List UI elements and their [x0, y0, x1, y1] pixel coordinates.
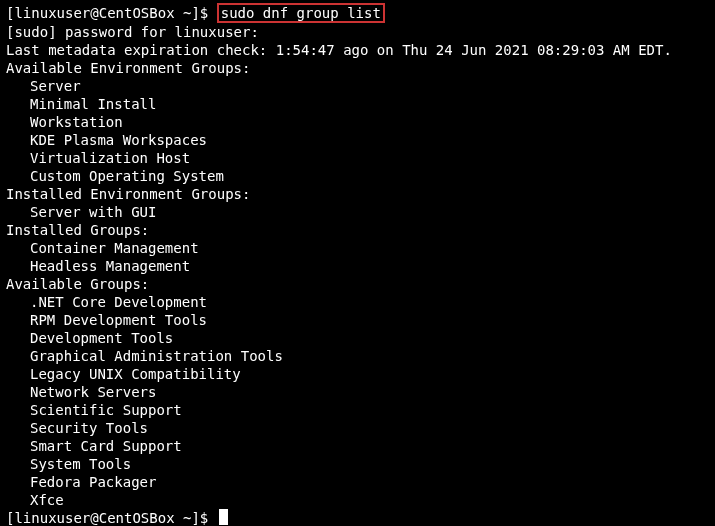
section-header-installed-groups: Installed Groups:: [6, 221, 709, 239]
group-item: Custom Operating System: [6, 167, 709, 185]
highlighted-command: sudo dnf group list: [217, 3, 385, 23]
sudo-password-prompt: [sudo] password for linuxuser:: [6, 23, 709, 41]
group-item: Network Servers: [6, 383, 709, 401]
group-item: Server: [6, 77, 709, 95]
group-item: .NET Core Development: [6, 293, 709, 311]
group-item: Xfce: [6, 491, 709, 509]
group-item: Security Tools: [6, 419, 709, 437]
group-item: Development Tools: [6, 329, 709, 347]
group-item: Legacy UNIX Compatibility: [6, 365, 709, 383]
group-item: Scientific Support: [6, 401, 709, 419]
metadata-expiration-line: Last metadata expiration check: 1:54:47 …: [6, 41, 709, 59]
section-header-available-env: Available Environment Groups:: [6, 59, 709, 77]
group-item: Server with GUI: [6, 203, 709, 221]
command-line-1: [linuxuser@CentOSBox ~]$ sudo dnf group …: [6, 4, 709, 23]
group-item: Workstation: [6, 113, 709, 131]
group-item: Fedora Packager: [6, 473, 709, 491]
section-header-installed-env: Installed Environment Groups:: [6, 185, 709, 203]
shell-prompt: [linuxuser@CentOSBox ~]$: [6, 509, 217, 526]
shell-prompt: [linuxuser@CentOSBox ~]$: [6, 4, 217, 22]
command-line-2[interactable]: [linuxuser@CentOSBox ~]$: [6, 509, 709, 526]
group-item: Headless Management: [6, 257, 709, 275]
group-item: System Tools: [6, 455, 709, 473]
cursor-icon: [219, 509, 228, 525]
group-item: Minimal Install: [6, 95, 709, 113]
group-item: KDE Plasma Workspaces: [6, 131, 709, 149]
group-item: Smart Card Support: [6, 437, 709, 455]
group-item: Virtualization Host: [6, 149, 709, 167]
section-header-available-groups: Available Groups:: [6, 275, 709, 293]
group-item: RPM Development Tools: [6, 311, 709, 329]
group-item: Graphical Administration Tools: [6, 347, 709, 365]
group-item: Container Management: [6, 239, 709, 257]
